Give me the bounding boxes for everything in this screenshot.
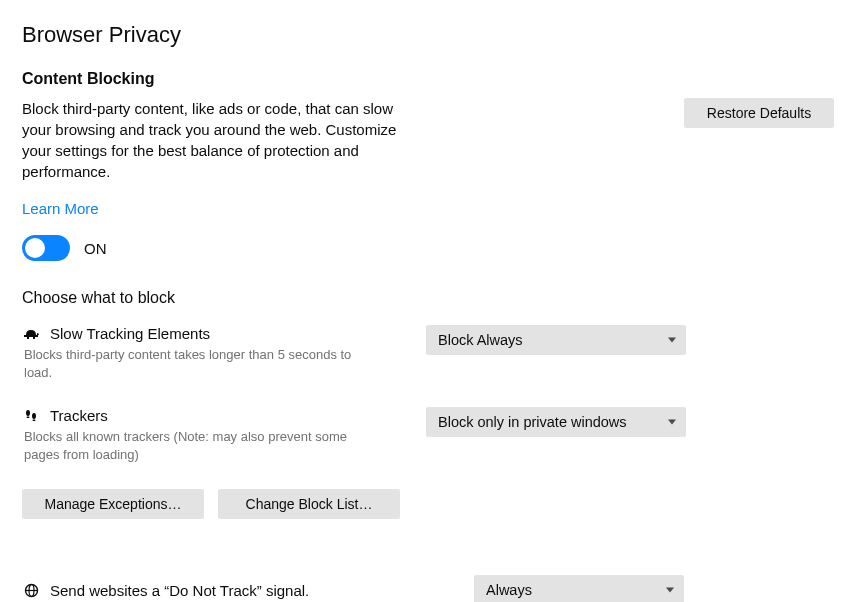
svg-rect-1 [27, 416, 30, 418]
slow-tracking-desc: Blocks third-party content takes longer … [22, 346, 362, 381]
learn-more-link[interactable]: Learn More [22, 200, 99, 217]
section-heading: Content Blocking [22, 70, 834, 88]
dnt-label: Send websites a “Do Not Track” signal. [50, 582, 309, 599]
slow-tracking-select[interactable]: Block Always [426, 325, 686, 355]
restore-defaults-button[interactable]: Restore Defaults [684, 98, 834, 128]
chevron-down-icon [668, 338, 676, 343]
slow-tracking-title: Slow Tracking Elements [50, 325, 210, 342]
choose-what-to-block-label: Choose what to block [22, 289, 834, 307]
trackers-desc: Blocks all known trackers (Note: may als… [22, 428, 362, 463]
content-blocking-toggle[interactable] [22, 235, 70, 261]
page-title: Browser Privacy [22, 22, 834, 48]
footprints-icon [22, 409, 40, 423]
svg-rect-3 [33, 419, 36, 421]
trackers-title: Trackers [50, 407, 108, 424]
chevron-down-icon [668, 420, 676, 425]
turtle-icon [22, 328, 40, 340]
trackers-selected-value: Block only in private windows [438, 414, 627, 430]
toggle-knob [25, 238, 45, 258]
svg-point-2 [32, 413, 36, 419]
slow-tracking-selected-value: Block Always [438, 332, 523, 348]
trackers-select[interactable]: Block only in private windows [426, 407, 686, 437]
globe-icon [22, 583, 40, 598]
dnt-select[interactable]: Always [474, 575, 684, 602]
change-block-list-button[interactable]: Change Block List… [218, 489, 400, 519]
svg-point-0 [26, 410, 30, 416]
toggle-state-label: ON [84, 240, 107, 257]
manage-exceptions-button[interactable]: Manage Exceptions… [22, 489, 204, 519]
dnt-selected-value: Always [486, 582, 532, 598]
chevron-down-icon [666, 588, 674, 593]
intro-text: Block third-party content, like ads or c… [22, 98, 422, 182]
